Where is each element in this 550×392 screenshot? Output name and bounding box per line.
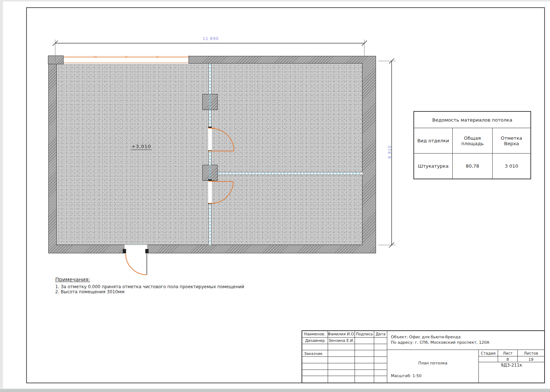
tb-header-cell: Дата [374, 331, 387, 338]
dimension-width-label: 11 690 [189, 36, 232, 41]
column-pier [202, 165, 218, 181]
ceiling-elevation-label: +3,010 [131, 144, 152, 150]
tb-cell [374, 338, 387, 344]
tb-cell [302, 357, 328, 363]
window-band [64, 56, 189, 64]
tb-cell: Дизайнер [302, 338, 328, 344]
tb-cell [355, 370, 374, 376]
tb-cell [374, 370, 387, 376]
door-opening-1 [208, 128, 212, 151]
tb-cell [355, 363, 374, 370]
materials-table: Ведомость материалов потолка Вид отделки… [413, 111, 531, 179]
sheet-label: Лист [498, 350, 518, 356]
window-mullion [96, 56, 96, 58]
signature-table: Наименов. Фамилия И.О. Подпись Дата Диза… [302, 331, 387, 383]
materials-col-area: Общая площадь [453, 128, 493, 154]
materials-col-mark: Отметка Верха [493, 128, 530, 154]
dimension-height-label: 6 910 [387, 140, 392, 164]
stage-label: Стадия [479, 350, 498, 356]
window-mullion [157, 56, 157, 58]
materials-value-finish: Штукатурка [414, 154, 453, 179]
sheet-edge-band [0, 389, 550, 392]
tb-cell [355, 357, 374, 363]
tb-cell [328, 370, 355, 376]
object-line: Объект: Офис для бьюти-бренда [391, 334, 544, 340]
tb-cell [355, 376, 374, 383]
tb-cell [302, 376, 328, 383]
app-canvas: { "dims": { "width_label": "11 690", "he… [0, 0, 550, 392]
tb-cell [374, 344, 387, 351]
notes-title: Примечания: [55, 277, 244, 282]
tb-cell [302, 363, 328, 370]
sheets-value: 19 [518, 356, 544, 362]
window-mullion [127, 56, 127, 58]
window-mullion [125, 56, 126, 58]
drawing-title-cell: План потолка Масштаб: 1:50 [387, 350, 479, 383]
tb-cell [302, 370, 328, 376]
title-block: Наименов. Фамилия И.О. Подпись Дата Диза… [302, 330, 545, 383]
notes-block: Примечания: 1. За отметку 0.000 принята … [55, 277, 244, 294]
door-opening-2 [208, 180, 212, 204]
tb-header-cell: Фамилия И.О. [328, 331, 355, 338]
tb-cell [355, 350, 374, 357]
drawing-scale: Масштаб: 1:50 [391, 373, 421, 378]
sheets-label: Листов [518, 350, 544, 356]
materials-value-area: 80,78 [453, 154, 493, 179]
sheet-value: 8 [498, 356, 518, 362]
tb-cell [374, 357, 387, 363]
address-line: По адресу: г. СПб, Московский проспект, … [391, 340, 544, 345]
tb-header-cell: Наименов. [302, 331, 328, 338]
tb-cell [355, 338, 374, 344]
column-pier [202, 94, 218, 110]
partition-wall-horizontal [218, 172, 363, 175]
stage-sheet-table: Стадия Лист Листов 8 19 9Д3-211к [479, 350, 544, 383]
partition-wall-vertical [209, 204, 211, 245]
tb-cell [328, 376, 355, 383]
tb-cell [302, 344, 328, 351]
entrance-opening [125, 245, 147, 254]
materials-table-title: Ведомость материалов потолка [414, 112, 530, 128]
tb-cell: Зензина Е.И. [328, 338, 355, 344]
stage-value [479, 356, 498, 362]
window-mullion [94, 56, 95, 58]
tb-cell [355, 344, 374, 351]
note-item: 1. За отметку 0.000 принята отметка чист… [55, 284, 244, 289]
tb-cell [374, 363, 387, 370]
materials-value-mark: 3 010 [493, 154, 530, 179]
tb-cell [328, 344, 355, 351]
window-frame-line [64, 57, 189, 58]
tb-cell [328, 363, 355, 370]
tb-cell [374, 376, 387, 383]
materials-col-finish: Вид отделки [414, 128, 453, 154]
tb-cell [328, 357, 355, 363]
tb-cell: Заказчик [302, 350, 328, 357]
drawing-title: План потолка [387, 361, 478, 366]
window-mullion [158, 56, 158, 58]
tb-cell [328, 350, 355, 357]
object-info: Объект: Офис для бьюти-бренда По адресу:… [387, 331, 544, 350]
tb-cell [374, 350, 387, 357]
document-code: 9Д3-211к [479, 363, 544, 368]
wall-corner-pier [48, 56, 64, 64]
window-frame-line [64, 56, 189, 57]
window-sill-line [64, 62, 189, 63]
tb-header-cell: Подпись [355, 331, 374, 338]
note-item: 2. Высота помещения 3010мм [55, 289, 244, 294]
